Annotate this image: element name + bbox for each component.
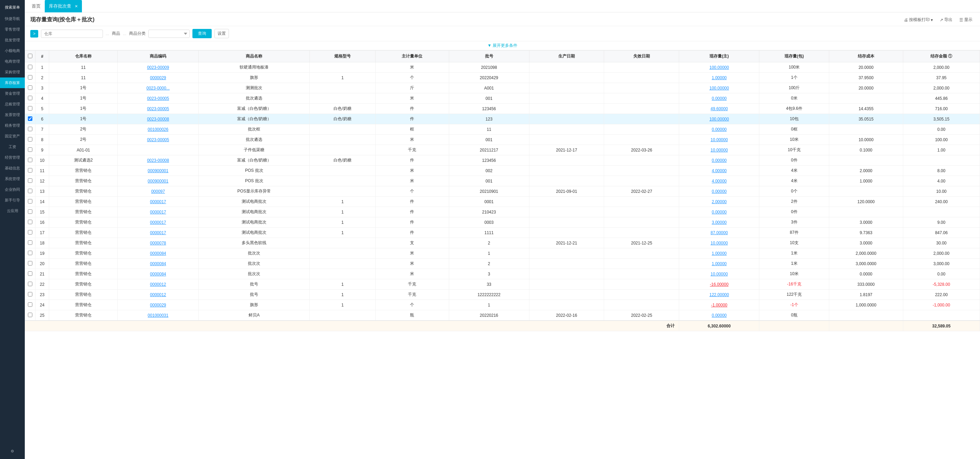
row-code-10[interactable]: 0023-00008 — [118, 155, 199, 166]
row-qty-main-15[interactable]: 0.00000 — [679, 207, 759, 217]
row-checkbox-3[interactable] — [25, 83, 35, 93]
row-checkbox-24[interactable] — [25, 300, 35, 310]
sidebar-item-enterprise[interactable]: 企业协同 — [0, 184, 25, 195]
sidebar-settings-icon[interactable]: ⚙ — [0, 446, 25, 456]
row-qty-main-18[interactable]: 10.00000 — [679, 238, 759, 248]
row-checkbox-17[interactable] — [25, 228, 35, 238]
row-code-17[interactable]: 0000017 — [118, 228, 199, 238]
row-code-1[interactable]: 0023-00009 — [118, 62, 199, 73]
row-code-8[interactable]: 0023-00005 — [118, 135, 199, 145]
row-checkbox-12[interactable] — [25, 176, 35, 186]
category-select[interactable] — [148, 30, 190, 38]
row-qty-main-21[interactable]: 10.00000 — [679, 269, 759, 279]
sidebar-item-purchase[interactable]: 采购管理 — [0, 67, 25, 78]
row-checkbox-10[interactable] — [25, 155, 35, 166]
row-checkbox-23[interactable] — [25, 290, 35, 300]
row-code-4[interactable]: 0023-00005 — [118, 93, 199, 104]
sidebar-item-payroll[interactable]: 工资 — [0, 142, 25, 152]
row-checkbox-13[interactable] — [25, 186, 35, 197]
row-checkbox-8[interactable] — [25, 135, 35, 145]
row-checkbox-11[interactable] — [25, 166, 35, 176]
row-qty-main-6[interactable]: 100.00000 — [679, 114, 759, 124]
row-code-7[interactable]: 001000026 — [118, 124, 199, 135]
sidebar-item-inventory[interactable]: 库存核算 — [0, 78, 25, 88]
row-checkbox-14[interactable] — [25, 197, 35, 207]
sidebar-item-basic-info[interactable]: 基础信息 — [0, 163, 25, 174]
row-code-21[interactable]: 0000084 — [118, 269, 199, 279]
row-code-15[interactable]: 0000017 — [118, 207, 199, 217]
row-code-20[interactable]: 0000084 — [118, 258, 199, 269]
row-qty-main-23[interactable]: 122.00000 — [679, 290, 759, 300]
row-checkbox-25[interactable] — [25, 310, 35, 321]
sidebar-item-wholesale[interactable]: 批发管理 — [0, 35, 25, 45]
sidebar-item-ecom[interactable]: 电商管理 — [0, 56, 25, 67]
tab-close-icon[interactable]: ✕ — [75, 4, 78, 8]
row-qty-main-13[interactable]: 0.00000 — [679, 186, 759, 197]
row-qty-main-11[interactable]: 4.00000 — [679, 166, 759, 176]
row-qty-main-19[interactable]: 1.00000 — [679, 248, 759, 258]
sidebar-item-general-ledger[interactable]: 总账管理 — [0, 99, 25, 110]
row-qty-main-12[interactable]: 4.00000 — [679, 176, 759, 186]
row-code-24[interactable]: 0000029 — [118, 300, 199, 310]
row-code-13[interactable]: 000097 — [118, 186, 199, 197]
row-code-12[interactable]: 000900001 — [118, 176, 199, 186]
row-qty-main-2[interactable]: 1.00000 — [679, 73, 759, 83]
sidebar-item-cloud[interactable]: 云应用 — [0, 206, 25, 216]
sidebar-item-invoice[interactable]: 发票管理 — [0, 110, 25, 120]
sidebar-item-fixed-assets[interactable]: 固定资产 — [0, 131, 25, 142]
row-qty-main-20[interactable]: 1.00000 — [679, 258, 759, 269]
row-qty-main-14[interactable]: 2.00000 — [679, 197, 759, 207]
sidebar-item-operations[interactable]: 经营管理 — [0, 152, 25, 163]
row-checkbox-19[interactable] — [25, 248, 35, 258]
row-qty-main-4[interactable]: 0.00000 — [679, 93, 759, 104]
warehouse-input[interactable] — [41, 30, 103, 38]
expand-conditions[interactable]: ▼ 展开更多条件 — [25, 41, 980, 50]
row-code-11[interactable]: 000900001 — [118, 166, 199, 176]
row-checkbox-6[interactable] — [25, 114, 35, 124]
sidebar-item-guide[interactable]: 新手引导 — [0, 195, 25, 206]
display-button[interactable]: ☰ 显示 — [957, 16, 975, 24]
row-code-6[interactable]: 0023-00008 — [118, 114, 199, 124]
row-checkbox-4[interactable] — [25, 93, 35, 104]
row-checkbox-1[interactable] — [25, 62, 35, 73]
tab-home[interactable]: 首页 — [27, 0, 45, 13]
sidebar-item-tax[interactable]: 税务管理 — [0, 120, 25, 131]
row-checkbox-15[interactable] — [25, 207, 35, 217]
row-qty-main-22[interactable]: -16.00000 — [679, 279, 759, 290]
row-code-14[interactable]: 0000017 — [118, 197, 199, 207]
row-checkbox-7[interactable] — [25, 124, 35, 135]
row-code-23[interactable]: 0000012 — [118, 290, 199, 300]
row-code-5[interactable]: 0023-00005 — [118, 104, 199, 114]
row-qty-main-9[interactable]: 10.00000 — [679, 145, 759, 155]
row-code-25[interactable]: 001000031 — [118, 310, 199, 321]
row-code-18[interactable]: 0000078 — [118, 238, 199, 248]
row-code-19[interactable]: 0000084 — [118, 248, 199, 258]
filter-toggle-button[interactable]: > — [30, 30, 38, 38]
row-code-16[interactable]: 0000017 — [118, 217, 199, 228]
row-code-9[interactable] — [118, 145, 199, 155]
row-qty-main-17[interactable]: 87.00000 — [679, 228, 759, 238]
row-checkbox-2[interactable] — [25, 73, 35, 83]
sidebar-item-small-ecom[interactable]: 小额电商 — [0, 45, 25, 56]
row-qty-main-16[interactable]: 3.00000 — [679, 217, 759, 228]
sidebar-item-finance[interactable]: 资金管理 — [0, 88, 25, 99]
search-button[interactable]: 查询 — [192, 29, 212, 38]
settings-button[interactable]: 设置 — [215, 29, 229, 38]
row-qty-main-10[interactable]: 0.00000 — [679, 155, 759, 166]
row-code-2[interactable]: 0000029 — [118, 73, 199, 83]
export-button[interactable]: ↗ 导出 — [938, 16, 955, 24]
row-qty-main-3[interactable]: 100.00000 — [679, 83, 759, 93]
row-code-3[interactable]: 0023-0000... — [118, 83, 199, 93]
row-qty-main-1[interactable]: 100.00000 — [679, 62, 759, 73]
row-qty-main-7[interactable]: 0.00000 — [679, 124, 759, 135]
row-checkbox-22[interactable] — [25, 279, 35, 290]
row-checkbox-5[interactable] — [25, 104, 35, 114]
row-checkbox-9[interactable] — [25, 145, 35, 155]
sidebar-search-menu[interactable]: 搜索菜单 — [3, 3, 21, 12]
sidebar-item-quick-nav[interactable]: 快捷导航 — [0, 13, 25, 24]
row-checkbox-16[interactable] — [25, 217, 35, 228]
row-checkbox-20[interactable] — [25, 258, 35, 269]
row-qty-main-25[interactable]: 0.00000 — [679, 310, 759, 321]
row-checkbox-18[interactable] — [25, 238, 35, 248]
row-qty-main-5[interactable]: 49.60000 — [679, 104, 759, 114]
